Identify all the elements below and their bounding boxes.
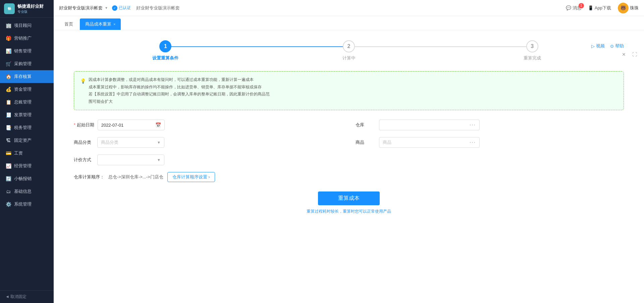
step-1-label: 设置重算条件 [152,55,178,61]
sidebar-item-label-tax: 税务管理 [14,125,32,131]
app-download-button[interactable]: 📱 App下载 [588,5,611,11]
warehouse-order-settings-button[interactable]: 仓库计算顺序设置 › [167,172,215,182]
warehouse-more-icon[interactable]: ··· [470,122,476,128]
tab-cost-recalc[interactable]: 商品成本重算 × [80,18,121,30]
warehouse-order-value: 总仓->深圳仓库->...->门店仓 [108,174,163,180]
sidebar-item-label-sales: 销售管理 [14,48,32,54]
video-help-button[interactable]: ▷ 视频 [591,43,605,49]
tab-bar: 首页 商品成本重算 × [54,16,644,30]
stepper: 1 设置重算条件 2 计算中 3 [74,40,624,61]
help-button[interactable]: ⊙ 帮助 [610,43,624,49]
expand-window-button[interactable]: ⛶ [631,50,639,58]
phone-icon: 📱 [588,5,593,10]
step-1-circle: 1 [159,40,171,52]
pricing-select[interactable]: ▼ [97,155,164,165]
payroll-icon: 💳 [5,150,11,156]
sidebar-item-system[interactable]: ⚙️ 系统管理 [0,198,54,211]
demo-account-label: 好业财专业版演示帐套 [136,5,180,11]
sidebar-item-marketing[interactable]: 🎁 营销推广 [0,32,54,45]
sidebar-nav: 🏢 项目顾问 🎁 营销推广 📊 销售管理 🛒 采购管理 🏠 库存核算 💰 资金管… [0,18,54,290]
goods-input[interactable]: 商品 ··· [379,137,480,148]
sidebar-pin-toggle[interactable]: ◄ 取消固定 [0,290,54,303]
sidebar-item-basic[interactable]: 🗂 基础信息 [0,185,54,198]
pricing-chevron-icon: ▼ [157,158,161,162]
step-2-label: 计算中 [342,55,356,61]
sidebar-item-label-system: 系统管理 [14,201,32,207]
tab-close-icon[interactable]: × [113,22,115,26]
submit-note: 重算过程耗时较长，重算时您可以正常使用产品 [307,209,391,214]
sidebar-item-ops[interactable]: 📈 经营管理 [0,160,54,172]
sidebar-item-invoice[interactable]: 🧾 发票管理 [0,109,54,121]
shield-icon: ✓ [112,5,117,11]
sidebar-item-assets[interactable]: 🏗 固定资产 [0,134,54,147]
warehouse-input[interactable]: ··· [379,120,480,130]
sidebar-item-label-project: 项目顾问 [14,23,32,29]
goods-more-icon[interactable]: ··· [470,139,476,145]
sidebar-item-finance[interactable]: 💰 资金管理 [0,83,54,96]
app-subtitle: 专业版 [17,9,44,14]
category-select[interactable]: 商品分类 ▼ [97,137,164,148]
start-date-value: 2022-07-01 [101,123,124,128]
tab-cost-recalc-label: 商品成本重算 [85,21,111,27]
account-selector[interactable]: 好业财专业版演示帐套 ▼ [59,5,108,11]
accounting-icon: 📋 [5,99,11,105]
content-inner: 1 设置重算条件 2 计算中 3 [54,30,644,224]
message-button[interactable]: 💬 消息 1 [566,5,581,11]
sidebar-item-inventory[interactable]: 🏠 库存核算 [0,70,54,83]
category-field: 商品分类 商品分类 ▼ [74,137,342,148]
sidebar-item-label-marketing: 营销推广 [14,35,32,41]
step-2-circle: 2 [343,40,355,52]
sidebar-item-payroll[interactable]: 💳 工资 [0,147,54,160]
sidebar-item-label-expense: 小畅报销 [14,176,32,182]
recalculate-button[interactable]: 重算成本 [318,191,380,205]
invoice-icon: 🧾 [5,112,11,118]
assets-icon: 🏗 [5,137,11,143]
info-box: 💡 因成本计算参数调整，或是对商品成本有疑问时，可以通过成本重算功能，重新计算一… [74,71,624,110]
step-3-circle: 3 [526,40,538,52]
stepper-help: ▷ 视频 ⊙ 帮助 [591,43,624,49]
submit-area: 重算成本 重算过程耗时较长，重算时您可以正常使用产品 [74,191,624,214]
warehouse-order-label: 仓库计算顺序： [74,174,104,180]
sidebar-item-expense[interactable]: 🔄 小畅报销 [0,172,54,185]
goods-field: 商品 商品 ··· [356,137,624,148]
start-date-field: 起始日期 2022-07-01 📅 [74,120,342,130]
account-chevron-icon: ▼ [105,6,108,10]
ops-icon: 📈 [5,163,11,169]
username-label: 珠珠 [630,5,639,11]
sidebar-item-sales[interactable]: 📊 销售管理 [0,45,54,57]
pricing-label: 计价方式 [74,157,94,163]
content-wrapper: 1 设置重算条件 2 计算中 3 [54,30,644,303]
warehouse-field: 仓库 ··· [356,120,624,130]
sidebar-item-tax[interactable]: 📑 税务管理 [0,121,54,134]
category-chevron-icon: ▼ [157,140,161,144]
sidebar-item-project[interactable]: 🏢 项目顾问 [0,19,54,32]
info-line-2: 成本重算过程中，影响库存账的操作均不能操作，比如进货单、销货单、库存单据不能审核… [89,84,270,91]
sidebar-item-label-payroll: 工资 [14,150,23,156]
window-controls: ✕ ⛶ [620,50,639,58]
category-label: 商品分类 [74,139,94,145]
main-area: 好业财专业版演示帐套 ▼ ✓ 已认证 好业财专业版演示帐套 💬 消息 1 📱 A… [54,0,644,303]
sidebar-item-purchase[interactable]: 🛒 采购管理 [0,57,54,70]
start-date-label: 起始日期 [74,122,94,128]
user-profile[interactable]: 🐻 珠珠 [618,3,639,13]
start-date-input[interactable]: 2022-07-01 📅 [98,120,165,130]
sidebar-item-accounting[interactable]: 📋 总账管理 [0,96,54,109]
sidebar-item-label-assets: 固定资产 [14,137,32,143]
expense-icon: 🔄 [5,176,11,182]
message-count-badge: 1 [579,3,584,8]
system-icon: ⚙️ [5,201,11,207]
step-2: 2 计算中 [257,40,441,61]
account-name: 好业财专业版演示帐套 [59,5,103,11]
close-window-button[interactable]: ✕ [620,50,628,58]
goods-label: 商品 [356,139,376,145]
step-3-label: 重算完成 [524,55,541,61]
calendar-icon[interactable]: 📅 [155,122,161,128]
app-download-label: App下载 [595,5,611,11]
inventory-icon: 🏠 [5,74,11,80]
step-1: 1 设置重算条件 [74,40,257,61]
tab-home[interactable]: 首页 [59,18,78,30]
category-placeholder: 商品分类 [101,139,118,145]
sidebar-item-label-accounting: 总账管理 [14,99,32,105]
verified-label: 已认证 [119,5,131,11]
warning-icon: 💡 [80,77,86,105]
